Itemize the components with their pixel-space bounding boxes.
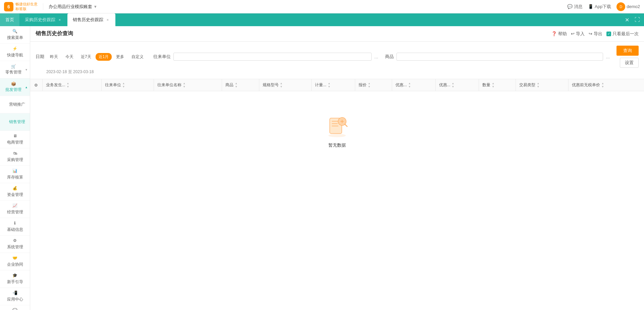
th-partner-name[interactable]: 往来单位名称 ▲▼ — [154, 79, 222, 91]
tab-maximize-icon[interactable]: ⛶ — [633, 15, 641, 24]
th-discount2[interactable]: 优惠... ▲▼ — [435, 79, 479, 91]
sidebar-item-collab[interactable]: 🤝 企业协同 — [0, 253, 30, 270]
sidebar-item-operation-label: 经营管理 — [7, 209, 23, 215]
sort-arrows-quote: ▲▼ — [368, 82, 371, 88]
sidebar-item-marketing-label: 营销推广 — [9, 102, 25, 107]
tab-sales-close[interactable]: × — [105, 17, 110, 22]
tab-close-all-icon[interactable]: ✕ — [624, 15, 631, 24]
sidebar-item-inventory-label: 库存核算 — [7, 174, 23, 180]
export-btn[interactable]: ↪ 导出 — [589, 31, 602, 37]
svg-point-0 — [328, 134, 346, 137]
page-content: 销售历史价查询 ❓ 帮助 ↩ 导入 ↪ 导出 ✓ — [30, 26, 644, 310]
query-button[interactable]: 查询 — [616, 46, 639, 56]
message-label: 消息 — [574, 4, 583, 10]
only-last-label: 只看最后一次 — [612, 31, 639, 37]
th-spec[interactable]: 规格型号 ▲▼ — [259, 79, 312, 91]
basic-icon: ℹ — [14, 221, 16, 225]
sidebar-item-system-label: 系统管理 — [7, 244, 23, 250]
sidebar-item-ecommerce[interactable]: 🖥 电商管理 — [0, 131, 30, 148]
th-no-tax-price[interactable]: 优惠前无税单价 ▲▼ — [569, 79, 644, 91]
sidebar-item-ecommerce-label: 电商管理 — [7, 140, 23, 145]
app-icon: 📲 — [12, 291, 17, 295]
tab-bar-right: ✕ ⛶ — [624, 15, 644, 24]
table-header: ⚙ 业务发生... ▲▼ 往来单位 — [30, 79, 644, 91]
message-icon: 💬 — [567, 4, 573, 9]
user-area[interactable]: D demo2 — [616, 2, 640, 11]
help-btn[interactable]: ❓ 帮助 — [551, 31, 567, 37]
tab-purchase-close[interactable]: × — [57, 17, 62, 22]
th-unit[interactable]: 计量... ▲▼ — [312, 79, 355, 91]
download-btn[interactable]: 📱 App下载 — [588, 4, 611, 10]
sidebar-item-operation[interactable]: 📈 经营管理 — [0, 201, 30, 218]
th-discount1[interactable]: 优惠... ▲▼ — [392, 79, 435, 91]
checkbox-icon: ✓ — [606, 32, 611, 36]
sidebar-item-marketing[interactable]: 营销推广 — [0, 96, 30, 113]
th-product[interactable]: 商品 ▲▼ — [222, 79, 259, 91]
empty-state: 暂无数据 — [30, 91, 644, 168]
tab-home-label: 首页 — [5, 17, 14, 23]
workspace-dropdown-icon[interactable]: ▾ — [94, 4, 97, 9]
sidebar-item-basic[interactable]: ℹ 基础信息 — [0, 218, 30, 236]
sidebar-item-nav-label: 快捷导航 — [7, 52, 23, 58]
workspace-area[interactable]: 办公用品行业模拟账套 ▾ — [49, 4, 97, 10]
sidebar-item-purchase[interactable]: 🛍 采购管理 — [0, 148, 30, 166]
sidebar-item-purchase-label: 采购管理 — [7, 157, 23, 163]
top-bar-right: 💬 消息 📱 App下载 D demo2 — [567, 2, 640, 11]
sidebar-item-nav[interactable]: ⚡ 快捷导航 — [0, 44, 30, 61]
date-btn-today[interactable]: 今天 — [62, 53, 76, 61]
sidebar-item-wholesale[interactable]: 📦 批发管理 ▴ — [0, 79, 30, 96]
th-trade-type[interactable]: 交易类型 ▲▼ — [516, 79, 569, 91]
filter-area: 日期 昨天 今天 近7天 近1月 更多 自定义 往来单位 — [30, 42, 644, 79]
sort-arrows-quantity: ▲▼ — [492, 82, 494, 88]
th-quantity[interactable]: 数量 ▲▼ — [479, 79, 516, 91]
sort-arrows-discount2: ▲▼ — [452, 82, 454, 88]
wholesale-icon: 📦 — [11, 82, 16, 86]
top-bar-left: 6 畅捷信好生意 标签版 办公用品行业模拟账套 ▾ — [4, 2, 97, 11]
sidebar-item-appstore[interactable]: 📲 应用中心 — [0, 288, 30, 305]
table-area: ⚙ 业务发生... ▲▼ 往来单位 — [30, 79, 644, 168]
sort-arrows-biz-date: ▲▼ — [67, 82, 69, 88]
filter-actions: 查询 设置 — [616, 46, 639, 68]
import-icon: ↩ — [571, 31, 575, 36]
sidebar-item-guide[interactable]: 🎓 新手引导 — [0, 270, 30, 288]
partner-dots[interactable]: ... — [374, 54, 378, 59]
date-btn-yesterday[interactable]: 昨天 — [47, 53, 61, 61]
sort-arrows-partner-name: ▲▼ — [183, 82, 185, 88]
date-btn-1month[interactable]: 近1月 — [96, 53, 112, 61]
wholesale-arrow-icon: ▴ — [25, 85, 27, 89]
message-btn[interactable]: 💬 消息 — [567, 4, 583, 10]
partner-input[interactable] — [173, 53, 372, 61]
date-btn-custom[interactable]: 自定义 — [128, 53, 147, 61]
tab-sales[interactable]: 销售历史价跟踪 × — [67, 13, 115, 26]
tab-home[interactable]: 首页 — [0, 13, 19, 26]
download-icon: 📱 — [588, 4, 593, 9]
sidebar-item-system[interactable]: ⚙ 系统管理 — [0, 236, 30, 253]
th-gear[interactable]: ⚙ — [30, 79, 42, 91]
import-btn[interactable]: ↩ 导入 — [571, 31, 585, 37]
only-last-checkbox[interactable]: ✓ 只看最后一次 — [606, 31, 639, 37]
date-btn-7days[interactable]: 近7天 — [78, 53, 94, 61]
th-quote[interactable]: 报价 ▲▼ — [355, 79, 392, 91]
sidebar-item-wholesale-label: 批发管理 — [5, 87, 21, 93]
sidebar-item-sales-mgmt[interactable]: 销售管理 — [0, 113, 30, 131]
product-input[interactable] — [396, 53, 603, 61]
th-partner-code[interactable]: 往来单位 ▲▼ — [101, 79, 154, 91]
product-dots[interactable]: ... — [606, 54, 610, 59]
wechat-icon: 💬 — [12, 308, 17, 310]
sidebar-item-search[interactable]: 🔍 搜索菜单 — [0, 26, 30, 44]
sidebar-item-retail[interactable]: 🛒 零售管理 ▾ — [0, 61, 30, 79]
purchase-icon: 🛍 — [13, 151, 17, 156]
settings-button[interactable]: 设置 — [620, 58, 639, 68]
sidebar-item-inventory[interactable]: 📊 库存核算 — [0, 166, 30, 183]
tab-bar: 首页 采购历史价跟踪 × 销售历史价跟踪 × ✕ ⛶ — [0, 13, 644, 26]
tab-purchase[interactable]: 采购历史价跟踪 × — [19, 13, 67, 26]
sidebar-item-basic-label: 基础信息 — [7, 227, 23, 232]
sidebar-item-finance[interactable]: 💰 资金管理 — [0, 183, 30, 201]
nav-icon: ⚡ — [12, 46, 17, 51]
workspace-title: 办公用品行业模拟账套 — [49, 4, 92, 10]
operation-icon: 📈 — [12, 203, 17, 208]
sidebar-item-enterprise-wechat[interactable]: 💬 企业微信 — [0, 305, 30, 310]
date-btn-more[interactable]: 更多 — [113, 53, 127, 61]
th-biz-date[interactable]: 业务发生... ▲▼ — [42, 79, 101, 91]
content-area: 销售历史价查询 ❓ 帮助 ↩ 导入 ↪ 导出 ✓ — [30, 26, 644, 310]
